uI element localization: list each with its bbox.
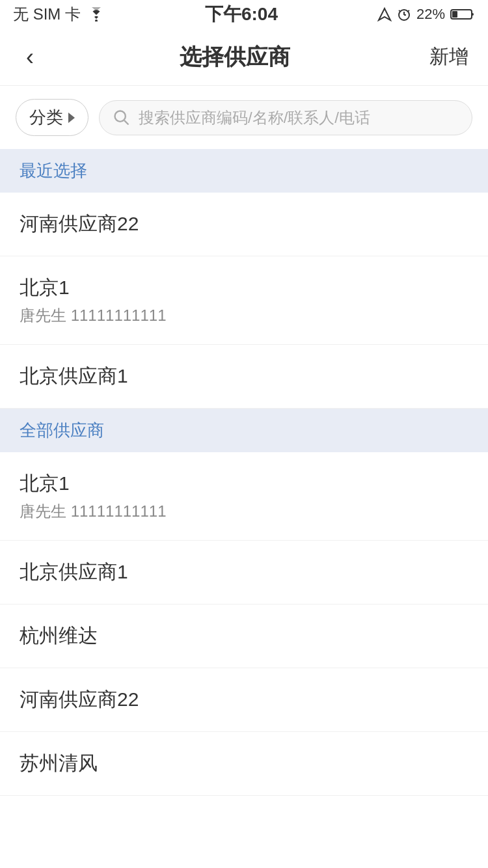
all-list: 北京1唐先生 11111111111北京供应商1杭州维达河南供应商22苏州清风 — [0, 452, 488, 796]
all-section-label: 全部供应商 — [20, 420, 104, 440]
battery-icon — [450, 8, 475, 21]
category-label: 分类 — [29, 106, 63, 129]
category-button[interactable]: 分类 — [16, 99, 88, 136]
search-box[interactable]: 搜索供应商编码/名称/联系人/电话 — [99, 100, 472, 135]
back-button[interactable]: ‹ — [20, 37, 40, 77]
status-time: 下午6:04 — [205, 2, 278, 27]
svg-point-0 — [95, 20, 98, 21]
search-placeholder: 搜索供应商编码/名称/联系人/电话 — [139, 107, 370, 128]
status-right: 22% — [377, 6, 475, 23]
list-item[interactable]: 杭州维达 — [0, 604, 488, 668]
chevron-right-icon — [68, 113, 75, 123]
item-name: 河南供应商22 — [20, 686, 468, 713]
list-item[interactable]: 河南供应商22 — [0, 668, 488, 732]
status-left: 无 SIM 卡 — [13, 4, 105, 25]
svg-rect-5 — [452, 11, 457, 18]
battery-text: 22% — [416, 6, 445, 23]
item-sub: 唐先生 11111111111 — [20, 501, 468, 522]
search-icon — [113, 109, 131, 127]
item-sub: 唐先生 11111111111 — [20, 305, 468, 326]
svg-line-7 — [124, 120, 128, 124]
sim-status: 无 SIM 卡 — [13, 4, 81, 25]
location-icon — [377, 7, 392, 21]
add-button[interactable]: 新增 — [429, 44, 468, 70]
item-name: 北京供应商1 — [20, 363, 468, 390]
item-name: 苏州清风 — [20, 750, 468, 777]
item-name: 河南供应商22 — [20, 211, 468, 237]
list-item[interactable]: 北京供应商1 — [0, 345, 488, 409]
list-item[interactable]: 北京1唐先生 11111111111 — [0, 452, 488, 541]
filter-bar: 分类 搜索供应商编码/名称/联系人/电话 — [0, 86, 488, 149]
status-bar: 无 SIM 卡 下午6:04 22% — [0, 0, 488, 29]
alarm-icon — [397, 7, 411, 21]
list-item[interactable]: 北京1唐先生 11111111111 — [0, 256, 488, 345]
svg-point-6 — [115, 111, 126, 121]
recent-section-header: 最近选择 — [0, 149, 488, 193]
item-name: 北京供应商1 — [20, 559, 468, 586]
recent-list: 河南供应商22北京1唐先生 11111111111北京供应商1 — [0, 193, 488, 409]
list-item[interactable]: 北京供应商1 — [0, 541, 488, 604]
nav-bar: ‹ 选择供应商 新增 — [0, 29, 488, 86]
item-name: 杭州维达 — [20, 623, 468, 649]
all-section-header: 全部供应商 — [0, 409, 488, 452]
page-title: 选择供应商 — [180, 42, 290, 72]
wifi-icon — [87, 7, 105, 21]
list-item[interactable]: 河南供应商22 — [0, 193, 488, 256]
recent-section-label: 最近选择 — [20, 161, 87, 180]
list-item[interactable]: 苏州清风 — [0, 732, 488, 796]
item-name: 北京1 — [20, 470, 468, 497]
item-name: 北京1 — [20, 275, 468, 301]
